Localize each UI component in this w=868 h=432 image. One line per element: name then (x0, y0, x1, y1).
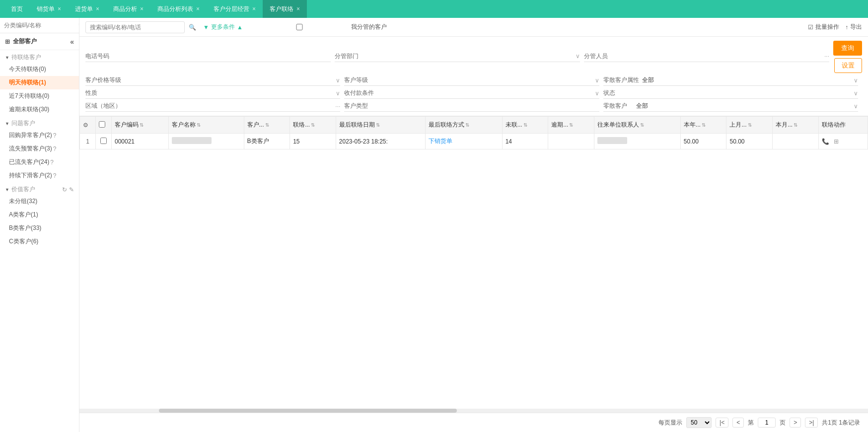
nav-customer-contact[interactable]: 客户联络 × (263, 0, 307, 18)
sidebar-all-customers[interactable]: ⊞ 全部客户 « (0, 33, 79, 50)
payment-icon[interactable]: ∨ (595, 90, 599, 97)
close-product-analysis-tab[interactable]: × (140, 5, 144, 12)
my-customers-checkbox[interactable]: 我分管的客户 (250, 23, 387, 31)
info-icon-1[interactable]: ? (53, 145, 57, 152)
row-checkbox[interactable] (100, 138, 107, 144)
sidebar-item-ungrouped[interactable]: 未分组(32) (0, 195, 79, 208)
page-next-btn[interactable]: > (790, 418, 801, 428)
batch-op-btn[interactable]: ☑ 批量操作 (808, 23, 839, 31)
field-retail-customer[interactable]: 零散客户 全部 ∨ (603, 102, 858, 112)
sort-last-month-icon[interactable]: ⇅ (748, 122, 752, 128)
sort-code-icon[interactable]: ⇅ (140, 122, 144, 128)
chevron-icon: ▲ (237, 24, 243, 31)
search-icon[interactable]: 🔍 (189, 24, 196, 31)
customer-level-icon[interactable]: ∨ (595, 77, 599, 84)
nature-icon[interactable]: ∨ (336, 90, 340, 97)
field-retail-attr[interactable]: 零散客户属性 全部 ∨ (603, 76, 858, 86)
sort-year-icon[interactable]: ⇅ (702, 122, 706, 128)
sort-level-icon[interactable]: ⇅ (265, 122, 269, 128)
field-customer-type[interactable]: 客户类型 (344, 102, 599, 112)
dept-dropdown-icon[interactable]: ∨ (576, 53, 580, 60)
sort-last-way-icon[interactable]: ⇅ (465, 122, 469, 128)
field-price-level[interactable]: 客户价格等级 ∨ (85, 76, 340, 86)
row-action-more-icon[interactable]: ⊞ (834, 138, 839, 145)
sort-overdue-icon[interactable]: ⇅ (569, 122, 573, 128)
sidebar-item-churned[interactable]: 已流失客户(24) ? (0, 155, 79, 169)
sort-uncontact-icon[interactable]: ⇅ (523, 122, 527, 128)
sidebar-item-7days-contact[interactable]: 近7天待联络(0) (0, 89, 79, 103)
manager-dots[interactable]: ··· (824, 53, 829, 60)
refresh-icon[interactable]: ↻ (62, 186, 67, 193)
query-button[interactable]: 查询 (833, 41, 862, 56)
field-dept[interactable]: 分管部门 ∨ (335, 52, 580, 62)
close-product-list-tab[interactable]: × (196, 5, 200, 12)
sort-person-icon[interactable]: ⇅ (640, 122, 644, 128)
field-manager[interactable]: 分管人员 ··· (584, 52, 829, 62)
sidebar-item-overdue-contact[interactable]: 逾期未联络(30) (0, 103, 79, 116)
page-number-input[interactable]: 1 (758, 418, 776, 428)
retail-customer-icon[interactable]: ∨ (854, 103, 858, 110)
status-icon[interactable]: ∨ (854, 90, 858, 97)
sort-month-icon[interactable]: ⇅ (794, 122, 797, 128)
last-way-link[interactable]: 下销货单 (429, 138, 452, 144)
search-input[interactable] (85, 21, 185, 33)
close-sales-tab[interactable]: × (58, 5, 61, 12)
page-first-btn[interactable]: |< (716, 418, 728, 428)
field-region[interactable]: 区域（地区） ··· (85, 102, 340, 112)
close-purchase-tab[interactable]: × (96, 5, 99, 12)
row-action-phone-icon[interactable]: 📞 (822, 138, 829, 145)
sidebar-item-c-customers[interactable]: C类客户(6) (0, 235, 79, 248)
export-btn[interactable]: ↑ 导出 (845, 23, 862, 31)
export-icon: ↑ (845, 24, 848, 31)
sidebar-item-churn-warning[interactable]: 流失预警客户(3) ? (0, 142, 79, 155)
price-level-label: 客户价格等级 (85, 76, 121, 84)
more-conditions-btn[interactable]: ▼ 更多条件 ▲ (200, 21, 246, 33)
nav-product-analysis-list[interactable]: 商品分析列表 × (150, 0, 207, 18)
col-last-date: 最后联络日期 ⇅ (336, 117, 426, 134)
select-all-checkbox[interactable] (99, 121, 105, 128)
customer-type-label: 客户类型 (344, 102, 374, 110)
sidebar-item-b-customers[interactable]: B类客户(33) (0, 221, 79, 235)
sidebar-item-declining[interactable]: 持续下滑客户(2) ? (0, 169, 79, 182)
close-customer-tier-tab[interactable]: × (252, 5, 256, 12)
nav-purchase[interactable]: 进货单 × (68, 0, 106, 18)
scrollbar-thumb[interactable] (159, 409, 457, 413)
nav-customer-tier[interactable]: 客户分层经营 × (207, 0, 263, 18)
page-last-btn[interactable]: >| (805, 418, 818, 428)
field-customer-level[interactable]: 客户等级 ∨ (344, 76, 599, 86)
info-icon-0[interactable]: ? (53, 132, 57, 139)
field-nature[interactable]: 性质 ∨ (85, 89, 340, 99)
info-icon-2[interactable]: ? (50, 159, 54, 166)
per-page-select[interactable]: 50 100 200 (686, 417, 712, 428)
reset-button[interactable]: 设置 (834, 58, 862, 73)
nav-sales[interactable]: 销货单 × (30, 0, 68, 18)
sidebar-item-a-customers[interactable]: A类客户(1) (0, 208, 79, 221)
sidebar-item-repurchase-abnormal[interactable]: 回购异常客户(2) ? (0, 129, 79, 142)
sidebar-search-input[interactable] (4, 22, 78, 29)
cell-contact-count: 15 (290, 134, 336, 149)
region-dots[interactable]: ··· (335, 103, 340, 110)
nav-product-analysis[interactable]: 商品分析 × (106, 0, 150, 18)
field-status[interactable]: 状态 ∨ (603, 89, 858, 99)
info-icon-3[interactable]: ? (53, 172, 57, 179)
sidebar-item-tomorrow-contact[interactable]: 明天待联络(1) (0, 76, 79, 89)
close-customer-contact-tab[interactable]: × (296, 5, 300, 12)
field-phone: 电话号码 (85, 52, 331, 62)
sort-contact-icon[interactable]: ⇅ (311, 122, 315, 128)
edit-icon[interactable]: ✎ (69, 186, 74, 193)
collapse-icon[interactable]: « (70, 38, 74, 46)
table-row: 1 000021 B类客户 15 2023-05-23 18:25: 下销货单 (80, 134, 868, 149)
section-label-pending: 待联络客户 (0, 50, 79, 63)
page-prev-btn[interactable]: < (732, 418, 744, 428)
nav-home[interactable]: 首页 (4, 0, 30, 18)
my-customers-check[interactable] (250, 24, 349, 30)
field-payment[interactable]: 收付款条件 ∨ (344, 89, 599, 99)
query-buttons: 查询 设置 (833, 41, 862, 73)
sidebar-item-today-contact[interactable]: 今天待联络(0) (0, 63, 79, 76)
horizontal-scrollbar[interactable] (79, 409, 868, 413)
retail-attr-icon[interactable]: ∨ (854, 77, 858, 84)
sort-last-date-icon[interactable]: ⇅ (376, 122, 380, 128)
column-settings-icon[interactable]: ⚙ (83, 122, 88, 129)
price-level-icon[interactable]: ∨ (336, 77, 340, 84)
sort-name-icon[interactable]: ⇅ (197, 122, 201, 128)
